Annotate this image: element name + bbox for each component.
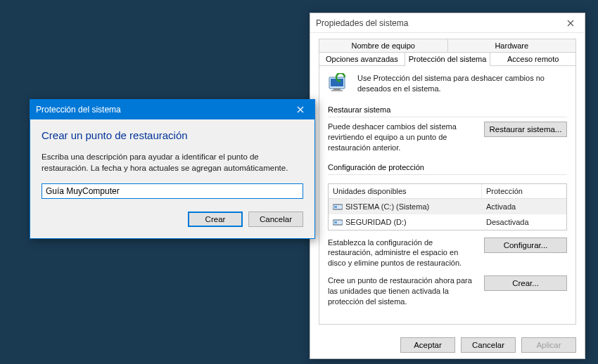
drive-icon [333,202,343,211]
svg-rect-3 [331,90,343,91]
drive-icon [333,218,343,226]
drive-list[interactable]: Unidades disponibles Protección SISTEMA … [328,183,567,230]
col-protection: Protección [482,184,566,198]
drive-name: SEGURIDAD (D:) [345,218,407,226]
dialog-footer: Aceptar Cancelar Aplicar [310,332,585,358]
svg-rect-5 [334,206,337,208]
apply-button[interactable]: Aplicar [521,337,576,353]
window-title: Protección del sistema [36,105,286,115]
restore-system-button[interactable]: Restaurar sistema... [484,122,567,137]
tab-remote[interactable]: Acceso remoto [490,53,576,66]
close-icon [297,106,304,113]
create-desc: Cree un punto de restauración ahora para… [328,275,476,307]
create-button[interactable]: Crear [188,212,243,227]
svg-rect-2 [333,89,341,90]
configure-button[interactable]: Configurar... [484,238,567,253]
drive-status: Desactivada [486,218,529,226]
tab-panel: Use Protección del sistema para deshacer… [319,66,576,325]
titlebar: Propiedades del sistema [310,13,585,33]
cancel-button[interactable]: Cancelar [461,337,516,353]
tab-hardware[interactable]: Hardware [448,39,577,53]
drive-list-header: Unidades disponibles Protección [329,184,566,199]
window-title: Propiedades del sistema [316,18,556,28]
titlebar: Protección del sistema [30,100,314,119]
close-icon [567,20,574,27]
drive-row[interactable]: SEGURIDAD (D:)Desactivada [329,214,566,230]
restore-desc: Puede deshacer cambios del sistema revir… [328,122,476,153]
create-restore-point-dialog: Protección del sistema Crear un punto de… [30,99,315,239]
close-button[interactable] [556,13,585,33]
tab-strip: Nombre de equipo Hardware Opciones avanz… [319,39,576,325]
drive-name: SISTEMA (C:) (Sistema) [345,202,429,211]
ok-button[interactable]: Aceptar [400,337,455,353]
dialog-heading: Crear un punto de restauración [42,129,303,141]
tab-system-protection[interactable]: Protección del sistema [405,53,491,66]
drive-status: Activada [486,202,516,211]
protection-section-title: Configuración de protección [328,163,567,171]
svg-rect-7 [334,221,337,223]
intro-text: Use Protección del sistema para deshacer… [357,73,567,96]
close-button[interactable] [286,100,314,119]
create-button[interactable]: Crear... [484,275,567,291]
system-protection-icon [328,73,350,96]
description-input[interactable] [42,183,303,199]
tab-advanced[interactable]: Opciones avanzadas [319,53,405,66]
tab-computer-name[interactable]: Nombre de equipo [319,39,448,53]
restore-section-title: Restaurar sistema [328,105,567,114]
dialog-message: Escriba una descripción para ayudar a id… [42,151,303,174]
system-properties-dialog: Propiedades del sistema Nombre de equipo… [310,13,585,359]
drive-row[interactable]: SISTEMA (C:) (Sistema)Activada [329,199,566,214]
col-drives: Unidades disponibles [329,184,482,198]
configure-desc: Establezca la configuración de restaurac… [328,238,476,269]
cancel-button[interactable]: Cancelar [248,212,303,227]
